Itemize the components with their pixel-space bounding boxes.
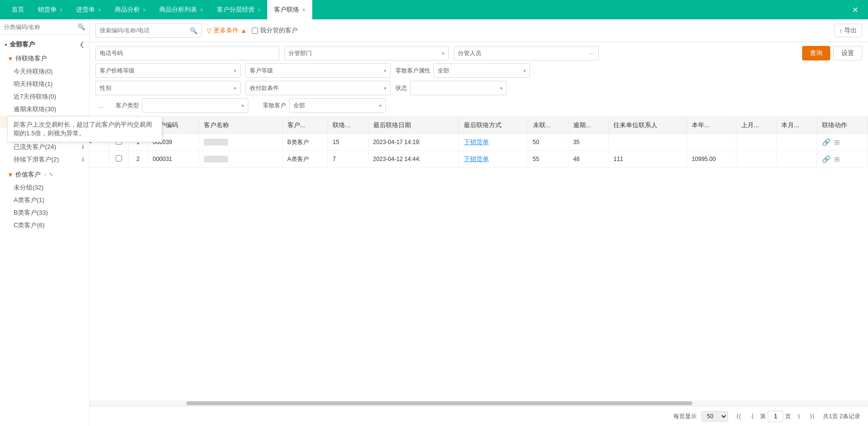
col-header-type[interactable]: 客户...	[282, 117, 328, 134]
gender-arrow: ▾	[234, 86, 236, 91]
row1-message-icon[interactable]: 🔗	[822, 138, 830, 146]
next-page-button[interactable]: ⟩	[793, 411, 805, 422]
person-dots[interactable]: ···	[589, 50, 594, 57]
nav-item-sales[interactable]: 销货单 ×	[31, 0, 69, 19]
nav-close-product-analysis[interactable]: ×	[143, 7, 146, 13]
follow-group-title[interactable]: ▼ 待联络客户	[0, 52, 89, 65]
data-table-wrap: ⚙ 客户编码 客户名称 客户...	[90, 117, 868, 400]
row1-action-icons: 🔗 ⊞	[822, 138, 863, 146]
search-input[interactable]	[100, 27, 190, 34]
customer-level-select[interactable]: 客户等级 ▾	[245, 63, 391, 78]
sidebar-collapse-button[interactable]: ❮	[79, 41, 84, 48]
scroll-thumb[interactable]	[186, 401, 692, 405]
row2-no: 2	[128, 151, 148, 168]
window-close-button[interactable]: ✕	[847, 5, 863, 15]
row2-unread: 55	[528, 151, 568, 168]
page-number-input[interactable]	[768, 411, 783, 422]
nav-item-purchase[interactable]: 进货单 ×	[69, 0, 107, 19]
retail-attr-select[interactable]: 全部 ▾	[433, 63, 530, 78]
nav-item-product-list[interactable]: 商品分析列表 ×	[152, 0, 210, 19]
nav-close-sales[interactable]: ×	[60, 7, 62, 13]
price-level-select[interactable]: 客户价格等级 ▾	[95, 63, 241, 78]
more-filter-dots[interactable]: ...	[95, 102, 106, 109]
col-header-this-year[interactable]: 本年...	[686, 117, 736, 134]
my-customers-checkbox-wrap: 我分管的客户	[252, 26, 298, 35]
expand-icon: ▪	[5, 41, 7, 48]
sidebar-item-tomorrow-follow[interactable]: 明天待联络(1)	[0, 78, 89, 90]
row2-grid-icon[interactable]: ⊞	[834, 155, 840, 163]
sidebar-item-a-class[interactable]: A类客户(1)	[0, 194, 89, 206]
sidebar-item-overdue-follow[interactable]: 逾期未联络(30)	[0, 103, 89, 116]
value-arrow-icon: ▼	[7, 171, 14, 178]
status-select[interactable]: ▾	[410, 81, 507, 95]
filter-row-3: 性别 ▾ 收付款条件 ▾ 状态 ▾	[95, 81, 862, 95]
customer-type-select[interactable]: ▾	[142, 98, 248, 113]
col-header-last-way[interactable]: 最后联络方式	[458, 117, 528, 134]
nav-item-product-analysis[interactable]: 商品分析 ×	[108, 0, 152, 19]
person-field[interactable]: 分管人员 ···	[454, 46, 599, 60]
page-size-select[interactable]: 50 100 200	[701, 411, 728, 422]
row2-overdue: 48	[568, 151, 608, 168]
settings-button[interactable]: 设置	[833, 46, 862, 60]
row1-contact-person	[609, 134, 686, 151]
sidebar-item-c-class[interactable]: C类客户(6)	[0, 219, 89, 232]
sidebar-item-ungroup[interactable]: 未分组(32)	[0, 181, 89, 194]
sidebar-item-declining[interactable]: 持续下滑客户(2) ℹ	[0, 153, 89, 166]
row2-contact: 7	[328, 151, 368, 168]
export-button[interactable]: ↑ 导出	[834, 24, 863, 37]
payment-select[interactable]: 收付款条件 ▾	[245, 81, 391, 95]
sidebar-search-icon[interactable]: 🔍	[77, 23, 85, 30]
col-header-overdue[interactable]: 逾期...	[568, 117, 608, 134]
sidebar-search-input[interactable]	[4, 24, 77, 30]
col-header-name[interactable]: 客户名称	[198, 117, 282, 134]
sidebar-item-today-follow[interactable]: 今天待联络(0)	[0, 65, 89, 78]
query-button[interactable]: 查询	[802, 46, 830, 60]
my-customers-checkbox[interactable]	[252, 28, 258, 34]
search-button-icon[interactable]: 🔍	[190, 27, 198, 34]
row1-contact: 15	[328, 134, 368, 151]
nav-item-customer-tier[interactable]: 客户分层经营 ×	[210, 0, 267, 19]
horizontal-scrollbar[interactable]	[90, 400, 868, 406]
sidebar-item-7day-follow[interactable]: 近7天待联络(0)	[0, 90, 89, 103]
all-customers-title[interactable]: ▪ 全部客户 ❮	[0, 37, 89, 52]
col-header-action[interactable]: 联络动作	[817, 117, 868, 134]
last-page-button[interactable]: ⟩⟩	[807, 411, 818, 422]
nav-close-product-list[interactable]: ×	[200, 7, 203, 13]
row1-grid-icon[interactable]: ⊞	[834, 138, 840, 146]
sidebar-item-b-class[interactable]: B类客户(33)	[0, 206, 89, 219]
first-page-button[interactable]: ⟨⟨	[733, 411, 745, 422]
more-conditions-toggle[interactable]: ▽ 更多条件 ▲	[207, 26, 247, 35]
info-icon-declining[interactable]: ℹ	[82, 156, 84, 163]
row2-message-icon[interactable]: 🔗	[822, 155, 830, 163]
nav-item-home[interactable]: 首页	[5, 0, 31, 19]
row2-checkbox[interactable]	[116, 155, 122, 162]
row1-this-month	[777, 134, 817, 151]
col-header-last-month[interactable]: 上月...	[736, 117, 777, 134]
gender-select[interactable]: 性别 ▾	[95, 81, 241, 95]
prev-page-button[interactable]: ⟨	[746, 411, 758, 422]
col-header-this-month[interactable]: 本月...	[777, 117, 817, 134]
sidebar-item-churned[interactable]: 已流失客户(24) ℹ	[0, 141, 89, 153]
row1-name-placeholder	[204, 139, 228, 146]
nav-close-customer-contact[interactable]: ×	[302, 7, 305, 13]
info-icon-churned[interactable]: ℹ	[82, 144, 84, 150]
nav-close-customer-tier[interactable]: ×	[258, 7, 260, 13]
value-group-title[interactable]: ▼ 价值客户 ○ ✎	[0, 168, 89, 181]
cust-type-arrow: ▾	[242, 103, 244, 108]
col-header-contact[interactable]: 联络...	[328, 117, 368, 134]
col-header-contact-person[interactable]: 往来单位联系人	[609, 117, 686, 134]
value-group-edit-icon[interactable]: ○	[44, 172, 47, 177]
value-group-add-icon[interactable]: ✎	[49, 172, 53, 178]
search-input-wrap: 🔍	[95, 23, 202, 38]
status-wrap: 状态 ▾	[396, 81, 507, 95]
phone-field[interactable]: 电话号码	[95, 46, 279, 60]
tooltip-box: 距客户上次交易时长，超过了此客户的平均交易周期的1.5倍，则视为异常。	[7, 116, 162, 142]
follow-arrow-icon: ▼	[7, 55, 14, 62]
row2-name-placeholder	[204, 156, 228, 162]
retail-customer-select[interactable]: 全部 ▾	[289, 98, 386, 113]
nav-item-customer-contact[interactable]: 客户联络 ×	[267, 0, 312, 19]
department-select[interactable]: 分管部门 ▾	[284, 46, 449, 60]
nav-close-purchase[interactable]: ×	[98, 7, 101, 13]
col-header-last-date[interactable]: 最后联络日期	[368, 117, 458, 134]
col-header-unread[interactable]: 未联...	[528, 117, 568, 134]
